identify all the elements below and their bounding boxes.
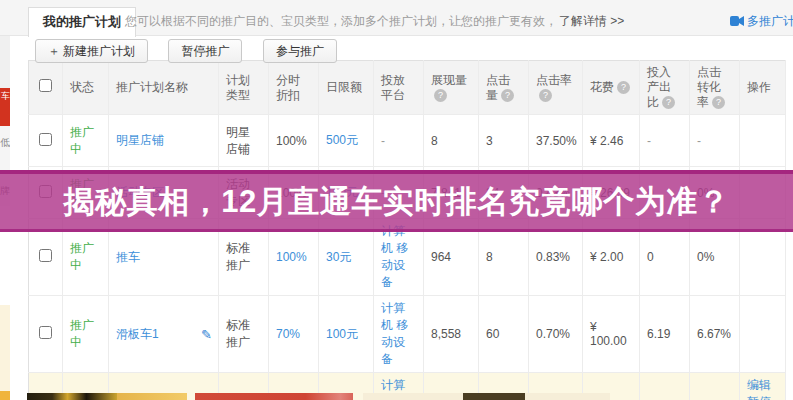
clicks-value: 60: [479, 296, 529, 373]
col-label: 点击率: [536, 73, 572, 87]
table-header-row: 状态 推广计划名称 计划类型 分时折扣 日限额 投放平台 展现量? 点击量? 点…: [29, 61, 786, 115]
col-header-cvr: 点击转化率?: [690, 61, 740, 115]
hint-body: 您可以根据不同的推广目的、宝贝类型，添加多个推广计划，让您的推广更有效，: [125, 14, 557, 28]
actions-cell: [740, 296, 786, 373]
table-row: 推广中 明星店铺 明星店铺 100% 500元 - 8 3 37.50% ¥ 2…: [29, 115, 786, 167]
ctr-value: 37.50%: [529, 115, 583, 167]
join-label: 参与推广: [276, 43, 324, 60]
platform-value: -: [374, 115, 424, 167]
plus-icon: ＋: [48, 43, 60, 60]
bottom-thumbnail: [195, 393, 353, 400]
ctr-value: 0.70%: [529, 296, 583, 373]
cost-value: ¥ 2.46: [583, 115, 640, 167]
row-checkbox[interactable]: [39, 133, 52, 146]
bottom-thumbnail: [27, 393, 117, 400]
sliver-label: 低: [0, 136, 10, 150]
platform-links[interactable]: 计算机 移动设备: [381, 224, 408, 289]
join-promotion-button[interactable]: 参与推广: [263, 39, 337, 63]
impressions-value: 8: [424, 115, 479, 167]
help-icon[interactable]: ?: [662, 96, 675, 109]
col-header-name: 推广计划名称: [109, 61, 219, 115]
toolbar: ＋新建推广计划 暂停推广 参与推广: [35, 39, 353, 63]
actions-cell: [740, 115, 786, 167]
row-checkbox[interactable]: [39, 249, 52, 262]
new-campaign-label: 新建推广计划: [63, 43, 135, 60]
sliver-red-badge: 车: [0, 88, 10, 126]
col-label: 展现量: [431, 73, 467, 87]
col-header-actions: 操作: [740, 61, 786, 115]
col-header-limit: 日限额: [319, 61, 374, 115]
select-all-checkbox[interactable]: [39, 79, 52, 92]
learn-more-link[interactable]: 了解详情 >>: [559, 14, 624, 28]
col-label: 花费: [590, 80, 614, 94]
daily-limit-link[interactable]: 30元: [326, 250, 351, 264]
impressions-value: 8,558: [424, 296, 479, 373]
roi-value: -: [640, 115, 690, 167]
video-link-label: 多推广计划介绍: [747, 14, 793, 28]
clicks-value: 3: [479, 115, 529, 167]
discount-value: 100%: [269, 115, 319, 167]
cost-value: ¥ 100.00: [583, 296, 640, 373]
new-campaign-button[interactable]: ＋新建推广计划: [35, 39, 148, 63]
help-icon[interactable]: ?: [712, 96, 725, 109]
hint-text: 您可以根据不同的推广目的、宝贝类型，添加多个推广计划，让您的推广更有效，了解详情…: [125, 13, 624, 30]
edit-pencil-icon[interactable]: ✎: [201, 327, 212, 342]
col-header-impressions: 展现量?: [424, 61, 479, 115]
discount-link[interactable]: 70%: [276, 327, 300, 341]
row-checkbox[interactable]: [39, 326, 52, 339]
bottom-thumbnail: [363, 393, 610, 400]
discount-link[interactable]: 100%: [276, 250, 307, 264]
help-icon[interactable]: ?: [501, 89, 514, 102]
daily-limit-link[interactable]: 100元: [326, 327, 358, 341]
help-icon[interactable]: ?: [434, 89, 447, 102]
status-badge: 推广中: [70, 318, 94, 349]
headline-text: 揭秘真相，12月直通车实时排名究竟哪个为准？: [64, 181, 729, 223]
col-header-cost: 花费?: [583, 61, 640, 115]
col-header-ctr: 点击率?: [529, 61, 583, 115]
plan-type: 明星店铺: [219, 115, 269, 167]
campaign-name-link[interactable]: 滑板车1: [116, 327, 159, 341]
tab-my-campaigns[interactable]: 我的推广计划: [28, 7, 136, 37]
col-header-type: 计划类型: [219, 61, 269, 115]
sliver-gray-block: [0, 36, 10, 88]
campaign-name-link[interactable]: 明星店铺: [116, 133, 164, 147]
bottom-thumbnails-strip: [0, 393, 793, 400]
table-row: 推广中 滑板车1✎ 标准推广 70% 100元 计算机 移动设备 8,558 6…: [29, 296, 786, 373]
col-header-clicks: 点击量?: [479, 61, 529, 115]
col-header-platform: 投放平台: [374, 61, 424, 115]
headline-banner: 揭秘真相，12月直通车实时排名究竟哪个为准？: [0, 170, 793, 232]
bottom-thumbnail: [117, 393, 187, 400]
cvr-value: -: [690, 115, 740, 167]
video-icon: [730, 16, 744, 26]
status-badge: 推广中: [70, 241, 94, 272]
help-icon[interactable]: ?: [539, 89, 552, 102]
campaign-name-link[interactable]: 推车: [116, 250, 140, 264]
sliver-yellow-block: [0, 305, 10, 391]
edit-link[interactable]: 编辑: [747, 377, 778, 394]
roi-value: 6.19: [640, 296, 690, 373]
plan-type: 标准推广: [219, 296, 269, 373]
thumbnail-detail: [463, 393, 525, 400]
platform-links[interactable]: 计算机 移动设备: [381, 301, 408, 366]
campaign-manager-page: 我的推广计划 您可以根据不同的推广目的、宝贝类型，添加多个推广计划，让您的推广更…: [0, 0, 793, 400]
col-header-status: 状态: [63, 61, 109, 115]
help-icon[interactable]: ?: [617, 81, 630, 94]
pause-promotion-button[interactable]: 暂停推广: [168, 39, 242, 63]
multi-plan-intro-link[interactable]: 多推广计划介绍: [730, 13, 793, 30]
status-badge: 推广中: [70, 125, 94, 156]
cvr-value: 6.67%: [690, 296, 740, 373]
col-header-discount: 分时折扣: [269, 61, 319, 115]
daily-limit-link[interactable]: 500元: [326, 133, 358, 147]
pause-label: 暂停推广: [181, 43, 229, 60]
col-header-roi: 投入产出比?: [640, 61, 690, 115]
